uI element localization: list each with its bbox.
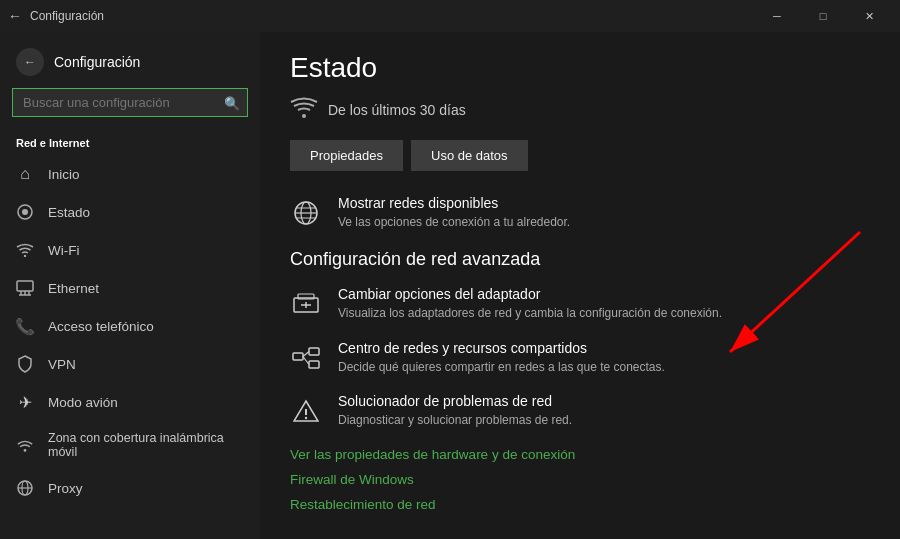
svg-rect-24 <box>293 353 303 360</box>
sidebar-label-wifi: Wi-Fi <box>48 243 79 258</box>
search-box: 🔍 <box>12 88 248 117</box>
hotspot-icon <box>16 436 34 454</box>
adaptador-desc: Visualiza los adaptadores de red y cambi… <box>338 305 722 322</box>
show-networks-title: Mostrar redes disponibles <box>338 195 570 211</box>
solucionador-item[interactable]: Solucionador de problemas de red Diagnos… <box>290 393 870 429</box>
titlebar-title: Configuración <box>30 9 104 23</box>
estado-icon <box>16 203 34 221</box>
close-button[interactable]: ✕ <box>846 0 892 32</box>
sidebar-item-estado[interactable]: Estado <box>0 193 260 231</box>
advanced-section-title: Configuración de red avanzada <box>290 249 870 270</box>
sidebar-item-vpn[interactable]: VPN <box>0 345 260 383</box>
centro-title: Centro de redes y recursos compartidos <box>338 340 665 356</box>
svg-point-1 <box>22 209 28 215</box>
sidebar-label-acceso: Acceso telefónico <box>48 319 154 334</box>
minimize-button[interactable]: ─ <box>754 0 800 32</box>
globe-icon <box>290 197 322 229</box>
sidebar-item-acceso[interactable]: 📞 Acceso telefónico <box>0 307 260 345</box>
uso-datos-button[interactable]: Uso de datos <box>411 140 528 171</box>
sidebar-label-zona: Zona con cobertura inalámbrica móvil <box>48 431 244 459</box>
svg-point-2 <box>24 255 26 257</box>
adaptador-title: Cambiar opciones del adaptador <box>338 286 722 302</box>
back-icon[interactable]: ← <box>8 8 22 24</box>
connection-label: De los últimos 30 días <box>328 102 466 118</box>
sidebar-section-title: Red e Internet <box>0 129 260 155</box>
buttons-row: Propiedades Uso de datos <box>290 140 870 171</box>
centro-text: Centro de redes y recursos compartidos D… <box>338 340 665 376</box>
sidebar-label-inicio: Inicio <box>48 167 80 182</box>
svg-rect-25 <box>309 348 319 355</box>
sidebar-label-proxy: Proxy <box>48 481 83 496</box>
solucionador-desc: Diagnosticar y solucionar problemas de r… <box>338 412 572 429</box>
connection-wifi-icon <box>290 96 318 124</box>
sidebar-label-estado: Estado <box>48 205 90 220</box>
svg-point-30 <box>305 417 307 419</box>
sidebar-header: ← Configuración <box>0 32 260 84</box>
sidebar-back-button[interactable]: ← <box>16 48 44 76</box>
wifi-icon <box>16 241 34 259</box>
svg-point-8 <box>24 449 27 452</box>
airplane-icon: ✈ <box>16 393 34 411</box>
sidebar-item-inicio[interactable]: ⌂ Inicio <box>0 155 260 193</box>
warning-icon <box>290 395 322 427</box>
link-propiedades[interactable]: Ver las propiedades de hardware y de con… <box>290 447 870 462</box>
link-firewall[interactable]: Firewall de Windows <box>290 472 870 487</box>
search-input[interactable] <box>12 88 248 117</box>
show-networks-item: Mostrar redes disponibles Ve las opcione… <box>290 195 870 231</box>
vpn-icon <box>16 355 34 373</box>
centro-item[interactable]: Centro de redes y recursos compartidos D… <box>290 340 870 376</box>
solucionador-title: Solucionador de problemas de red <box>338 393 572 409</box>
titlebar: ← Configuración ─ □ ✕ <box>0 0 900 32</box>
svg-line-28 <box>303 356 309 364</box>
sidebar-item-wifi[interactable]: Wi-Fi <box>0 231 260 269</box>
adapter-icon <box>290 288 322 320</box>
titlebar-left: ← Configuración <box>8 8 104 24</box>
page-title: Estado <box>290 52 870 84</box>
sidebar-item-ethernet[interactable]: Ethernet <box>0 269 260 307</box>
show-networks-desc: Ve las opciones de conexión a tu alreded… <box>338 214 570 231</box>
titlebar-controls: ─ □ ✕ <box>754 0 892 32</box>
adaptador-item[interactable]: Cambiar opciones del adaptador Visualiza… <box>290 286 870 322</box>
show-networks-text: Mostrar redes disponibles Ve las opcione… <box>338 195 570 231</box>
adaptador-text: Cambiar opciones del adaptador Visualiza… <box>338 286 722 322</box>
phone-icon: 📞 <box>16 317 34 335</box>
sidebar-label-ethernet: Ethernet <box>48 281 99 296</box>
sidebar-label-vpn: VPN <box>48 357 76 372</box>
sidebar-label-avion: Modo avión <box>48 395 118 410</box>
sidebar-app-title: Configuración <box>54 54 140 70</box>
app-container: ← Configuración 🔍 Red e Internet ⌂ Inici… <box>0 32 900 539</box>
ethernet-icon <box>16 279 34 297</box>
connection-row: De los últimos 30 días <box>290 96 870 124</box>
search-icon: 🔍 <box>224 95 240 110</box>
svg-rect-3 <box>17 281 33 291</box>
sidebar-item-zona[interactable]: Zona con cobertura inalámbrica móvil <box>0 421 260 469</box>
maximize-button[interactable]: □ <box>800 0 846 32</box>
link-restablecimiento[interactable]: Restablecimiento de red <box>290 497 870 512</box>
sidebar: ← Configuración 🔍 Red e Internet ⌂ Inici… <box>0 32 260 539</box>
propiedades-button[interactable]: Propiedades <box>290 140 403 171</box>
svg-rect-26 <box>309 361 319 368</box>
svg-line-27 <box>303 351 309 356</box>
solucionador-text: Solucionador de problemas de red Diagnos… <box>338 393 572 429</box>
svg-point-14 <box>302 114 306 118</box>
home-icon: ⌂ <box>16 165 34 183</box>
proxy-icon <box>16 479 34 497</box>
share-icon <box>290 342 322 374</box>
sidebar-item-proxy[interactable]: Proxy <box>0 469 260 507</box>
centro-desc: Decide qué quieres compartir en redes a … <box>338 359 665 376</box>
sidebar-item-avion[interactable]: ✈ Modo avión <box>0 383 260 421</box>
main-content: Estado De los últimos 30 días Propiedade… <box>260 32 900 539</box>
